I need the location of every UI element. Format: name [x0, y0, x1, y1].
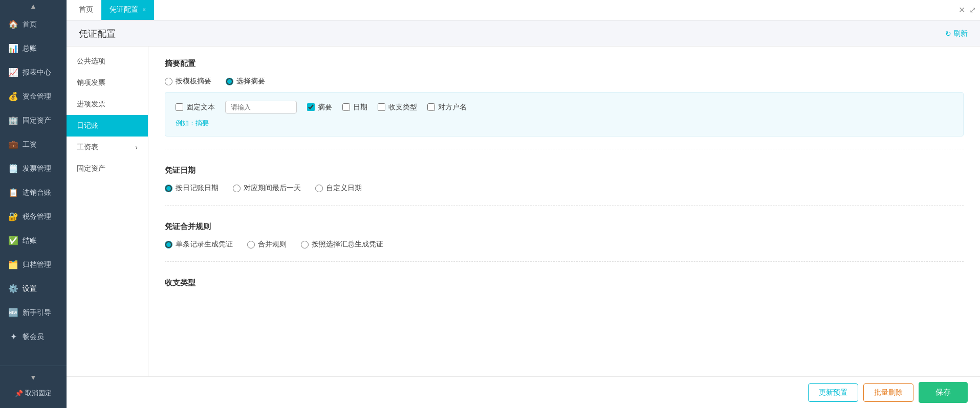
leftnav-item-journal[interactable]: 日记账: [67, 115, 148, 137]
sidebar-item-label: 进销台账: [23, 188, 51, 197]
abstract-checkbox[interactable]: [307, 103, 315, 111]
abstract-radio-group: 按模板摘要 选择摘要: [165, 77, 964, 86]
merge-rule[interactable]: 合并规则: [247, 240, 287, 249]
leftnav-item-fixed-assets[interactable]: 固定资产: [67, 158, 148, 179]
income-type-checkbox[interactable]: [378, 103, 385, 111]
abstract-section-title: 摘要配置: [165, 59, 964, 69]
refresh-button[interactable]: ↻ 刷新: [945, 29, 968, 38]
abstract-select-radio[interactable]: [226, 78, 233, 85]
sidebar: ▲ 🏠 首页 📊 总账 📈 报表中心 💰 资金管理 🏢 固定资产 💼 工资 🗒️…: [0, 0, 67, 408]
merge-rules-radio-group: 单条记录生成凭证 合并规则 按照选择汇总生成凭证: [165, 240, 964, 249]
settle-icon: ✅: [8, 236, 18, 245]
tab-voucher-config[interactable]: 凭证配置 ×: [101, 0, 154, 20]
cancel-fix-label: 取消固定: [25, 389, 52, 398]
checkbox-fixed-text[interactable]: 固定文本: [176, 103, 215, 112]
sidebar-item-label: 首页: [23, 20, 37, 29]
section-merge-rules: 凭证合并规则 单条记录生成凭证 合并规则 按照选择汇总生成凭证: [165, 222, 964, 262]
last-day-label: 对应期间最后一天: [244, 184, 301, 193]
sidebar-item-label: 工资: [23, 140, 37, 149]
tab-home[interactable]: 首页: [71, 0, 101, 20]
window-restore-icon[interactable]: ⤢: [969, 5, 976, 15]
window-close-icon[interactable]: ✕: [959, 5, 965, 15]
sidebar-item-vip[interactable]: ✦ 畅会员: [0, 325, 67, 349]
chevron-right-icon: ›: [135, 143, 138, 151]
sidebar-item-guide[interactable]: 🆕 新手引导: [0, 301, 67, 325]
leftnav-item-payroll-table[interactable]: 工资表 ›: [67, 137, 148, 158]
select-merge-radio[interactable]: [301, 241, 309, 248]
checkbox-income-type[interactable]: 收支类型: [378, 103, 417, 112]
fixed-text-checkbox[interactable]: [176, 103, 183, 111]
sidebar-item-home[interactable]: 🏠 首页: [0, 12, 67, 36]
main-area: 首页 凭证配置 × ✕ ⤢ 凭证配置 ↻ 刷新 公共选项 销项发票 进: [67, 0, 980, 408]
voucher-date-title: 凭证日期: [165, 166, 964, 175]
sidebar-scroll-up[interactable]: ▲: [0, 0, 67, 12]
page-title: 凭证配置: [79, 28, 116, 40]
section-abstract: 摘要配置 按模板摘要 选择摘要 固定文本: [165, 59, 964, 149]
merge-single[interactable]: 单条记录生成凭证: [165, 240, 233, 249]
abstract-template-radio[interactable]: [165, 78, 172, 85]
sidebar-item-settings[interactable]: ⚙️ 设置: [0, 277, 67, 301]
voucher-date-journal[interactable]: 按日记账日期: [165, 184, 219, 193]
custom-date-radio[interactable]: [315, 185, 323, 192]
sidebar-item-finance[interactable]: 💰 资金管理: [0, 84, 67, 108]
leftnav-item-purchase-invoice[interactable]: 进项发票: [67, 94, 148, 115]
single-radio[interactable]: [165, 241, 172, 248]
merge-select[interactable]: 按照选择汇总生成凭证: [301, 240, 383, 249]
refresh-icon: ↻: [945, 30, 951, 38]
single-label: 单条记录生成凭证: [176, 240, 233, 249]
sidebar-item-label: 发票管理: [23, 164, 51, 173]
voucher-date-last-day[interactable]: 对应期间最后一天: [233, 184, 301, 193]
sidebar-item-label: 归档管理: [23, 260, 51, 269]
right-content: 摘要配置 按模板摘要 选择摘要 固定文本: [148, 47, 980, 376]
sidebar-item-ledger[interactable]: 📊 总账: [0, 36, 67, 60]
counterpart-checkbox[interactable]: [427, 103, 435, 111]
tab-close-icon[interactable]: ×: [142, 6, 146, 13]
fixed-text-input[interactable]: [225, 101, 297, 114]
sidebar-item-label: 设置: [23, 284, 37, 293]
sidebar-item-label: 固定资产: [23, 116, 51, 125]
settings-icon: ⚙️: [8, 284, 18, 293]
update-preview-button[interactable]: 更新预置: [808, 383, 858, 402]
finance-icon: 💰: [8, 92, 18, 101]
leftnav-item-sales-invoice[interactable]: 销项发票: [67, 72, 148, 94]
abstract-preview: 例如：摘要: [176, 119, 953, 128]
refresh-label: 刷新: [953, 29, 968, 38]
merge-rules-title: 凭证合并规则: [165, 222, 964, 232]
batch-delete-button[interactable]: 批量删除: [863, 383, 913, 402]
voucher-date-custom[interactable]: 自定义日期: [315, 184, 362, 193]
checkbox-date[interactable]: 日期: [342, 103, 367, 112]
merge-radio[interactable]: [247, 241, 255, 248]
sidebar-item-reports[interactable]: 📈 报表中心: [0, 60, 67, 84]
page-header: 凭证配置 ↻ 刷新: [67, 20, 980, 47]
home-icon: 🏠: [8, 19, 18, 29]
sidebar-item-settle[interactable]: ✅ 结账: [0, 229, 67, 253]
sidebar-item-label: 结账: [23, 236, 37, 245]
pin-icon: 📌: [15, 390, 23, 397]
leftnav-item-public[interactable]: 公共选项: [67, 51, 148, 72]
abstract-select-label: 选择摘要: [236, 77, 265, 86]
save-button[interactable]: 保存: [919, 382, 968, 403]
sidebar-scroll-down[interactable]: ▼: [0, 371, 67, 383]
sidebar-item-sales[interactable]: 📋 进销台账: [0, 180, 67, 205]
checkbox-counterpart[interactable]: 对方户名: [427, 103, 467, 112]
fixed-text-label: 固定文本: [186, 103, 215, 112]
date-checkbox[interactable]: [342, 103, 350, 111]
tab-home-label: 首页: [79, 5, 93, 14]
bottom-action-bar: 更新预置 批量删除 保存: [67, 376, 980, 408]
invoice-icon: 🗒️: [8, 164, 18, 173]
sidebar-item-label: 资金管理: [23, 92, 51, 101]
tab-bar: 首页 凭证配置 × ✕ ⤢: [67, 0, 980, 20]
cancel-fix-button[interactable]: 📌 取消固定: [0, 383, 67, 403]
abstract-config-box: 固定文本 摘要 日期 收支类型: [165, 92, 964, 137]
journal-date-radio[interactable]: [165, 185, 172, 192]
sidebar-item-archive[interactable]: 🗂️ 归档管理: [0, 253, 67, 277]
sidebar-item-invoice[interactable]: 🗒️ 发票管理: [0, 156, 67, 180]
last-day-radio[interactable]: [233, 185, 241, 192]
sidebar-item-payroll[interactable]: 💼 工资: [0, 132, 67, 156]
sidebar-item-label: 税务管理: [23, 212, 51, 221]
sidebar-item-assets[interactable]: 🏢 固定资产: [0, 108, 67, 132]
abstract-radio-select[interactable]: 选择摘要: [226, 77, 265, 86]
abstract-radio-template[interactable]: 按模板摘要: [165, 77, 211, 86]
sidebar-item-tax[interactable]: 🔐 税务管理: [0, 205, 67, 229]
checkbox-abstract[interactable]: 摘要: [307, 103, 332, 112]
